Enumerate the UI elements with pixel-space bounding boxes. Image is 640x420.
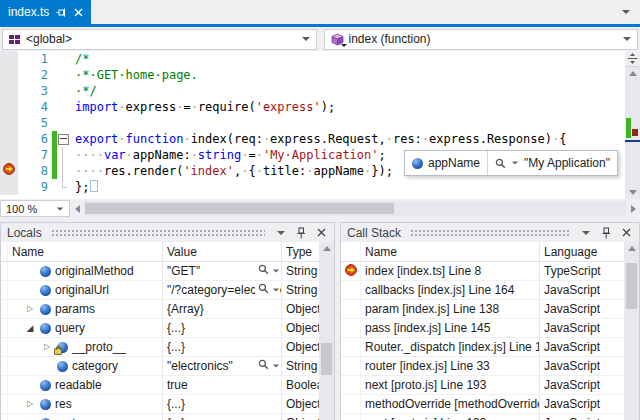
scroll-up-arrow[interactable]	[625, 67, 640, 80]
locals-row[interactable]: originalUrl"/?category=electronics"Strin…	[1, 281, 319, 300]
breakpoint-gutter[interactable]	[0, 67, 18, 83]
callstack-row[interactable]: methodOverride [methodOverride.js]JavaSc…	[341, 395, 624, 414]
column-header-language[interactable]: Language	[540, 242, 624, 261]
scroll-left-arrow[interactable]	[70, 201, 84, 216]
column-header-name[interactable]: Name	[8, 242, 163, 261]
breakpoint-gutter[interactable]	[0, 83, 18, 99]
editor-horizontal-scrollbar[interactable]	[84, 201, 626, 216]
value-cell[interactable]: "GET"	[163, 262, 282, 280]
scope-dropdown[interactable]: <global>	[2, 29, 317, 50]
datatip-value[interactable]: "My Application"	[488, 151, 617, 175]
callstack-row[interactable]: next [proto.js] Line 193JavaScript	[341, 376, 624, 395]
fold-margin[interactable]	[57, 179, 70, 195]
fold-margin[interactable]	[57, 51, 70, 67]
scrollbar-track[interactable]	[319, 255, 334, 418]
pin-icon[interactable]	[599, 225, 613, 240]
breakpoint-gutter[interactable]	[0, 99, 18, 115]
value-cell[interactable]: {...}	[163, 319, 282, 337]
zoom-dropdown[interactable]: 100 %	[0, 200, 70, 217]
code-text[interactable]: import·express·=·require('express');	[70, 99, 335, 115]
code-text[interactable]: export·function·index(req:·express.Reque…	[70, 131, 566, 147]
collapsed-expander-icon[interactable]: ▷	[24, 414, 36, 420]
call-stack-scrollbar[interactable]	[624, 242, 639, 420]
value-cell[interactable]: true	[163, 376, 282, 394]
magnifier-group[interactable]	[255, 281, 280, 299]
scrollbar-thumb[interactable]	[85, 203, 394, 214]
name-cell[interactable]: ▷params	[8, 300, 163, 318]
call-stack-title-bar[interactable]: Call Stack	[341, 223, 639, 242]
fold-margin[interactable]	[57, 83, 70, 99]
pin-icon[interactable]	[294, 225, 308, 240]
frame-name-cell[interactable]: Router._dispatch [index.js] Line 173	[361, 338, 540, 356]
name-cell[interactable]: readable	[8, 376, 163, 394]
scroll-up-arrow[interactable]	[319, 242, 334, 255]
code-text[interactable]: ·*·GET·home·page.	[70, 67, 198, 83]
name-cell[interactable]: originalUrl	[8, 281, 163, 299]
close-icon[interactable]	[74, 8, 83, 17]
tab-well-dropdown-icon[interactable]	[622, 10, 630, 14]
callstack-row[interactable]: router [index.js] Line 33JavaScript	[341, 357, 624, 376]
locals-row[interactable]: ◢query{...}Object	[1, 319, 319, 338]
code-text[interactable]: ·*/	[70, 83, 97, 99]
magnifier-icon[interactable]	[258, 264, 269, 278]
visualizer-caret-icon[interactable]	[273, 269, 279, 272]
name-cell[interactable]: ◢query	[8, 319, 163, 337]
fold-margin[interactable]	[57, 115, 70, 131]
name-cell[interactable]: originalMethod	[8, 262, 163, 280]
collapsed-expander-icon[interactable]: ▷	[24, 395, 36, 413]
collapse-button[interactable]	[58, 134, 69, 145]
tab-index-ts[interactable]: index.ts	[0, 0, 91, 24]
frame-name-cell[interactable]: param [index.js] Line 138	[361, 300, 540, 318]
visualizer-caret-icon[interactable]	[273, 364, 279, 367]
name-cell[interactable]: category	[8, 357, 163, 375]
breakpoint-gutter[interactable]	[0, 179, 18, 195]
callstack-row[interactable]: callbacks [index.js] Line 164JavaScript	[341, 281, 624, 300]
frame-name-cell[interactable]: index [index.ts] Line 8	[361, 262, 540, 280]
frame-name-cell[interactable]: router [index.js] Line 33	[361, 357, 540, 375]
code-text[interactable]: ····var·appName:·string·=·'My·Applicatio…	[70, 147, 386, 163]
locals-row[interactable]: ▷route{...}Object	[1, 414, 319, 420]
name-cell[interactable]: ▷__proto__	[8, 338, 163, 356]
window-position-icon[interactable]	[274, 225, 288, 240]
scrollbar-thumb[interactable]	[321, 343, 332, 375]
code-text[interactable]: ····res.render('index',·{·title:·appName…	[70, 163, 393, 179]
magnifier-icon[interactable]	[258, 283, 269, 297]
member-dropdown[interactable]: index (function)	[324, 29, 639, 50]
frame-name-cell[interactable]: pass [index.js] Line 145	[361, 319, 540, 337]
locals-row[interactable]: originalMethod"GET"String	[1, 262, 319, 281]
scroll-down-arrow[interactable]	[625, 186, 640, 199]
column-header-type[interactable]: Type	[282, 242, 319, 261]
callstack-row[interactable]: index [index.ts] Line 8TypeScript	[341, 262, 624, 281]
locals-row[interactable]: category"electronics"String	[1, 357, 319, 376]
column-header-value[interactable]: Value	[163, 242, 282, 261]
callstack-row[interactable]: param [index.js] Line 138JavaScript	[341, 300, 624, 319]
fold-margin[interactable]	[57, 131, 70, 147]
value-cell[interactable]: "/?category=electronics"	[163, 281, 282, 299]
magnifier-icon[interactable]	[258, 359, 269, 373]
editor-vertical-scrollbar[interactable]	[625, 51, 640, 199]
value-cell[interactable]: "electronics"	[163, 357, 282, 375]
locals-row[interactable]: ▷params{Array}Object	[1, 300, 319, 319]
value-cell[interactable]: {Array}	[163, 300, 282, 318]
fold-margin[interactable]	[57, 147, 70, 163]
frame-name-cell[interactable]: next [proto.js] Line 193	[361, 414, 540, 420]
scroll-up-arrow[interactable]	[624, 242, 639, 255]
frame-name-cell[interactable]: methodOverride [methodOverride.js]	[361, 395, 540, 413]
magnifier-group[interactable]	[255, 357, 280, 375]
breakpoint-gutter[interactable]	[0, 163, 18, 179]
code-text[interactable]	[70, 115, 75, 131]
window-position-icon[interactable]	[579, 225, 593, 240]
fold-margin[interactable]	[57, 163, 70, 179]
breakpoint-gutter[interactable]	[0, 115, 18, 131]
frame-name-cell[interactable]: callbacks [index.js] Line 164	[361, 281, 540, 299]
callstack-row[interactable]: Router._dispatch [index.js] Line 173Java…	[341, 338, 624, 357]
visualizer-caret-icon[interactable]	[273, 288, 279, 291]
callstack-row[interactable]: pass [index.js] Line 145JavaScript	[341, 319, 624, 338]
code-text[interactable]: };	[70, 179, 98, 195]
collapsed-expander-icon[interactable]: ▷	[24, 300, 36, 318]
collapsed-expander-icon[interactable]: ▷	[41, 338, 53, 356]
magnifier-icon[interactable]	[495, 158, 506, 169]
locals-row[interactable]: ▷__proto__{...}Object	[1, 338, 319, 357]
pin-icon[interactable]	[56, 7, 67, 18]
value-cell[interactable]: {...}	[163, 395, 282, 413]
